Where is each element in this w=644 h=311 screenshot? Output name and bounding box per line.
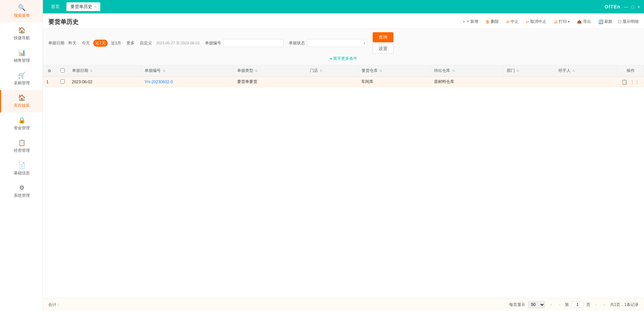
sys-mgmt-icon: ⚙ bbox=[19, 184, 24, 191]
th-doc-no[interactable]: 单据编号 ⇅ bbox=[141, 65, 234, 77]
sidebar-item-sales-mgmt[interactable]: 📊 销售管理 bbox=[0, 45, 43, 68]
topbar: 首页 要货单历史 × OfTEn — □ × bbox=[43, 0, 644, 13]
doc-status-select[interactable] bbox=[307, 39, 367, 47]
sidebar-item-finance-mgmt[interactable]: 🔒 资金管理 bbox=[0, 113, 43, 135]
add-label: + 新增 bbox=[467, 19, 478, 25]
cancel-stop-button[interactable]: ↩ 取消中止 bbox=[524, 17, 548, 26]
first-page-button[interactable]: « bbox=[548, 302, 554, 308]
window-close-icon[interactable]: × bbox=[637, 4, 640, 9]
th-handler[interactable]: 经手人 ⇅ bbox=[555, 65, 617, 77]
sort-icon-handler: ⇅ bbox=[572, 69, 575, 73]
th-doc-date[interactable]: 单据日期 ⇅ bbox=[68, 65, 141, 77]
print-chevron-icon: ▾ bbox=[568, 20, 570, 24]
refresh-button[interactable]: 🔄 刷新 bbox=[596, 17, 614, 26]
date-btn-1month[interactable]: 近1月 bbox=[109, 40, 123, 47]
td-checkbox[interactable] bbox=[56, 77, 68, 87]
export-button[interactable]: 📤 导出 bbox=[575, 17, 593, 26]
add-button[interactable]: ＋ + 新增 bbox=[460, 17, 480, 26]
td-req-warehouse: 车间库 bbox=[358, 77, 431, 87]
action-buttons: 查询 设置 bbox=[373, 32, 393, 54]
window-maximize-icon[interactable]: □ bbox=[632, 4, 634, 9]
tab-close-icon[interactable]: × bbox=[94, 5, 96, 9]
delete-label: 删除 bbox=[491, 19, 499, 25]
export-icon: 📤 bbox=[577, 19, 582, 24]
content-area: 要货单历史 ＋ + 新增 🗑 删除 ⊘ 中止 ↩ 取消中止 bbox=[43, 13, 644, 311]
print-button[interactable]: 🖨 打印 ▾ bbox=[552, 17, 572, 26]
td-pending-warehouse: 原材料仓库 bbox=[431, 77, 503, 87]
page-number-input[interactable] bbox=[572, 301, 584, 308]
display-detail-toggle[interactable]: ☐ 显示明细 bbox=[618, 19, 639, 25]
date-filter-label: 单据日期 bbox=[48, 40, 64, 46]
doc-no-link[interactable]: YH-20230602-0 bbox=[145, 80, 173, 84]
td-index: 1 bbox=[43, 77, 56, 87]
doc-no-input[interactable] bbox=[223, 39, 283, 47]
filter-area: 单据日期 昨天 今天 近7天 近1月 更多 自定义 2023-05-27 至 2… bbox=[43, 29, 644, 65]
query-button[interactable]: 查询 bbox=[373, 32, 393, 42]
date-btn-more[interactable]: 更多 bbox=[124, 40, 137, 47]
display-detail-label: 显示明细 bbox=[623, 19, 639, 25]
sidebar-item-sys-mgmt[interactable]: ⚙ 系统管理 bbox=[0, 180, 43, 203]
td-actions: 📋 ⋮⋮ bbox=[617, 77, 644, 87]
th-store[interactable]: 门店 ⇅ bbox=[306, 65, 358, 77]
date-btn-custom[interactable]: 自定义 bbox=[138, 40, 154, 47]
total-info: 共1页，1条记录 bbox=[610, 302, 639, 308]
sidebar-item-inventory[interactable]: 🏠 库存核算 bbox=[0, 90, 43, 113]
th-pending-warehouse[interactable]: 待出仓库 ⇅ bbox=[431, 65, 503, 77]
sidebar-item-label: 搜索菜单 bbox=[14, 13, 30, 18]
tab-home[interactable]: 首页 bbox=[47, 2, 64, 11]
date-btn-today[interactable]: 今天 bbox=[80, 40, 92, 47]
next-page-button[interactable]: › bbox=[593, 302, 598, 308]
stop-label: 中止 bbox=[511, 19, 519, 25]
filter-group-date: 单据日期 昨天 今天 近7天 近1月 更多 自定义 2023-05-27 至 2… bbox=[48, 40, 200, 47]
sidebar-item-label: 快捷导航 bbox=[14, 35, 30, 41]
row-checkbox[interactable] bbox=[60, 79, 65, 84]
select-all-checkbox[interactable] bbox=[60, 68, 65, 73]
sidebar-item-ops-mgmt[interactable]: 📋 经营管理 bbox=[0, 135, 43, 158]
th-checkbox[interactable] bbox=[56, 65, 68, 77]
th-req-warehouse[interactable]: 要货仓库 ⇅ bbox=[358, 65, 431, 77]
cancel-stop-label: 取消中止 bbox=[530, 19, 546, 25]
row-more-icon[interactable]: ⋮⋮ bbox=[630, 79, 639, 85]
sidebar-item-search-menu[interactable]: 🔍 搜索菜单 bbox=[0, 0, 43, 23]
td-doc-type: 要货单要货 bbox=[234, 77, 307, 87]
search-menu-icon: 🔍 bbox=[18, 4, 25, 11]
sidebar-item-label: 销售管理 bbox=[14, 58, 30, 63]
th-department[interactable]: 部门 ⇅ bbox=[503, 65, 555, 77]
tab-active[interactable]: 要货单历史 × bbox=[66, 2, 100, 11]
sidebar-item-label: 采购管理 bbox=[14, 80, 30, 86]
th-actions: 操作 bbox=[617, 65, 644, 77]
print-icon: 🖨 bbox=[554, 19, 558, 24]
delete-button[interactable]: 🗑 删除 bbox=[484, 17, 501, 26]
refresh-label: 刷新 bbox=[604, 19, 612, 25]
window-minimize-icon[interactable]: — bbox=[624, 4, 628, 9]
td-department bbox=[503, 77, 555, 87]
print-label: 打印 bbox=[559, 19, 567, 25]
sidebar-item-base-info[interactable]: 📄 基础信息 bbox=[0, 158, 43, 180]
row-edit-icon[interactable]: 📋 bbox=[622, 79, 627, 85]
td-store bbox=[306, 77, 358, 87]
inventory-icon: 🏠 bbox=[18, 94, 25, 101]
date-btn-7days[interactable]: 近7天 bbox=[93, 40, 108, 47]
sidebar-item-purchase-mgmt[interactable]: 🛒 采购管理 bbox=[0, 68, 43, 90]
th-settings[interactable]: ⚙ bbox=[43, 65, 56, 77]
th-doc-type[interactable]: 单据类型 ⇅ bbox=[234, 65, 307, 77]
td-handler bbox=[555, 77, 617, 87]
table-header-row: ⚙ 单据日期 ⇅ 单据编号 ⇅ 单据类型 bbox=[43, 65, 644, 77]
sort-icon-pending-warehouse: ⇅ bbox=[452, 69, 455, 73]
page-size-select[interactable]: 10 20 50 100 bbox=[528, 301, 545, 308]
sidebar-item-quick-nav[interactable]: 🏠 快捷导航 bbox=[0, 23, 43, 45]
expand-filters-button[interactable]: ▾ 展开更多条件 bbox=[330, 56, 357, 61]
settings-button[interactable]: 设置 bbox=[373, 44, 393, 54]
base-info-icon: 📄 bbox=[18, 162, 25, 169]
sidebar: 🔍 搜索菜单 🏠 快捷导航 📊 销售管理 🛒 采购管理 🏠 库存核算 🔒 资金管… bbox=[0, 0, 43, 311]
page-header: 要货单历史 ＋ + 新增 🗑 删除 ⊘ 中止 ↩ 取消中止 bbox=[43, 13, 644, 29]
sales-icon: 📊 bbox=[18, 49, 25, 56]
td-doc-no[interactable]: YH-20230602-0 bbox=[141, 77, 234, 87]
checkbox-icon: ☐ bbox=[618, 19, 622, 24]
total-label: 合计： bbox=[48, 302, 60, 308]
last-page-button[interactable]: » bbox=[601, 302, 607, 308]
prev-page-button[interactable]: ‹ bbox=[557, 302, 562, 308]
cancel-stop-icon: ↩ bbox=[526, 19, 529, 24]
date-btn-yesterday[interactable]: 昨天 bbox=[66, 40, 78, 47]
stop-button[interactable]: ⊘ 中止 bbox=[504, 17, 521, 26]
